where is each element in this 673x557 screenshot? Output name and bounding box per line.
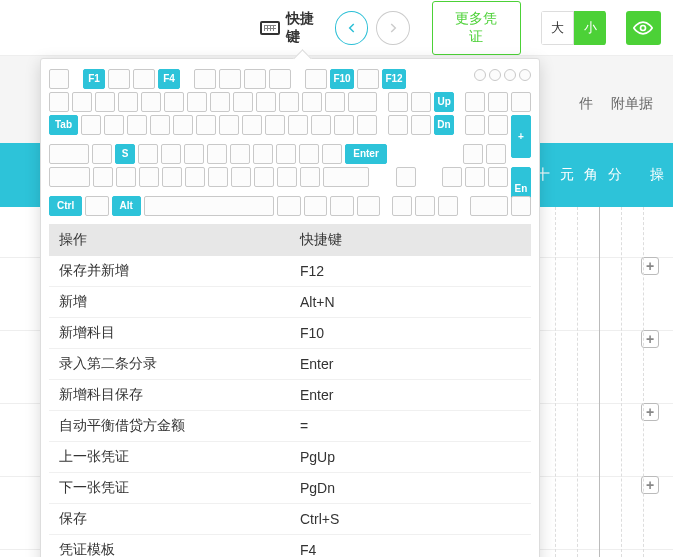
table-row: 保存并新增F12 xyxy=(49,256,531,287)
file-label: 件 xyxy=(579,95,593,113)
arrow-left-icon xyxy=(345,21,359,35)
size-large[interactable]: 大 xyxy=(541,11,574,45)
attach-label[interactable]: 附单据 xyxy=(611,95,653,113)
secondary-header: 件 附单据 xyxy=(579,95,653,113)
unit-col: 角 xyxy=(580,166,602,184)
key-f1: F1 xyxy=(83,69,105,89)
next-button[interactable] xyxy=(376,11,409,45)
key-f4: F4 xyxy=(158,69,180,89)
unit-col: 分 xyxy=(604,166,626,184)
top-toolbar: 快捷键 更多凭证 大 小 xyxy=(0,0,673,56)
table-row: 新增Alt+N xyxy=(49,287,531,318)
table-row: 新增科目F10 xyxy=(49,318,531,349)
shortcut-table: 操作 快捷键 保存并新增F12 新增Alt+N 新增科目F10 录入第二条分录E… xyxy=(49,224,531,557)
table-head-key: 快捷键 xyxy=(290,224,531,256)
key-pgup: Up xyxy=(434,92,454,112)
eye-icon xyxy=(633,18,653,38)
key-alt: Alt xyxy=(112,196,141,216)
shortcut-trigger[interactable]: 快捷键 xyxy=(260,10,327,46)
arrow-right-icon xyxy=(386,21,400,35)
key-ctrl: Ctrl xyxy=(49,196,82,216)
svg-point-0 xyxy=(641,25,646,30)
keyboard-icon xyxy=(260,21,280,35)
size-small[interactable]: 小 xyxy=(574,11,606,45)
table-row: 自动平衡借贷方金额= xyxy=(49,411,531,442)
key-enter: Enter xyxy=(345,144,387,164)
key-f12: F12 xyxy=(382,69,406,89)
prev-button[interactable] xyxy=(335,11,368,45)
table-row: 上一张凭证PgUp xyxy=(49,442,531,473)
table-row: 凭证模板F4 xyxy=(49,535,531,558)
shortcut-label: 快捷键 xyxy=(286,10,327,46)
preview-button[interactable] xyxy=(626,11,661,45)
keyboard-diagram: F1 F4 F10 F12 xyxy=(49,69,531,216)
table-head-action: 操作 xyxy=(49,224,290,256)
table-row: 保存Ctrl+S xyxy=(49,504,531,535)
key-plus: + xyxy=(511,115,531,158)
table-row: 录入第二条分录Enter xyxy=(49,349,531,380)
size-toggle[interactable]: 大 小 xyxy=(541,11,606,45)
table-row: 下一张凭证PgDn xyxy=(49,473,531,504)
action-col: 操 xyxy=(650,166,665,184)
key-tab: Tab xyxy=(49,115,78,135)
table-row: 新增科目保存Enter xyxy=(49,380,531,411)
key-f10: F10 xyxy=(330,69,354,89)
shortcut-tbody: 保存并新增F12 新增Alt+N 新增科目F10 录入第二条分录Enter 新增… xyxy=(49,256,531,557)
shortcut-popover: F1 F4 F10 F12 xyxy=(40,58,540,557)
key-s: S xyxy=(115,144,135,164)
key-pgdn: Dn xyxy=(434,115,454,135)
unit-columns: 十 元 角 分 xyxy=(532,166,626,184)
more-voucher-button[interactable]: 更多凭证 xyxy=(432,1,521,55)
grid-cols xyxy=(555,207,665,557)
unit-col: 元 xyxy=(556,166,578,184)
